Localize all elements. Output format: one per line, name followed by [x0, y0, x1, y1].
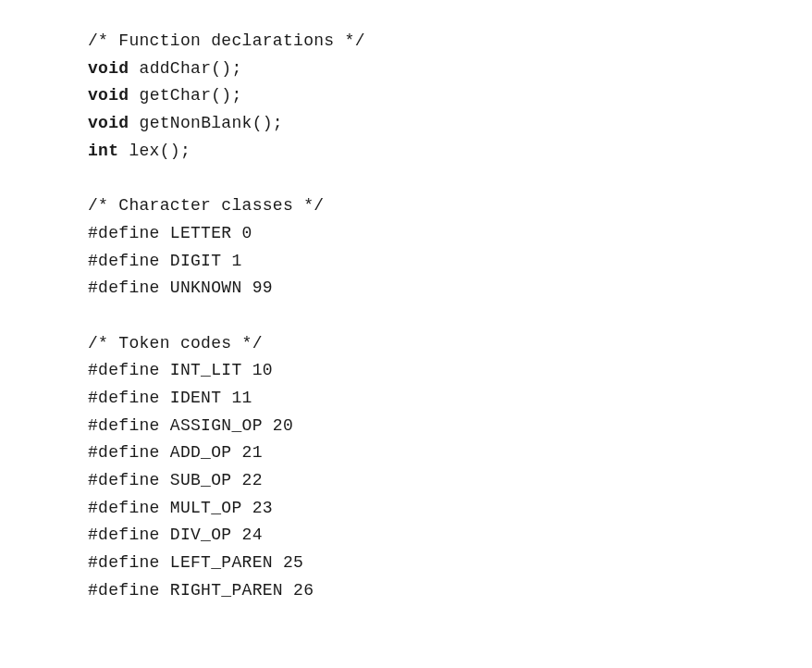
code-line: #define UNKNOWN 99: [88, 275, 812, 303]
code-text: /* Character classes */: [88, 196, 324, 215]
code-line: #define IDENT 11: [88, 385, 812, 413]
code-text: /* Token codes */: [88, 334, 263, 353]
code-block: /* Function declarations */void addChar(…: [0, 0, 812, 604]
code-text: #define SUB_OP 22: [88, 471, 263, 489]
code-text: /* Function declarations */: [88, 31, 365, 50]
code-text: #define DIGIT 1: [88, 252, 242, 270]
code-line: #define ASSIGN_OP 20: [88, 413, 812, 440]
code-line: #define ADD_OP 21: [88, 439, 812, 467]
code-text: #define ASSIGN_OP 20: [88, 416, 293, 435]
code-line: /* Character classes */: [88, 192, 812, 220]
keyword-token: int: [88, 142, 118, 160]
code-line: #define DIGIT 1: [88, 248, 812, 276]
code-text: #define MULT_OP 23: [88, 499, 273, 517]
code-line: void addChar();: [88, 56, 812, 83]
code-text: #define RIGHT_PAREN 26: [88, 581, 314, 600]
code-line: [88, 303, 812, 330]
code-text: #define ADD_OP 21: [88, 443, 263, 462]
code-text: #define INT_LIT 10: [88, 361, 273, 379]
code-line: /* Token codes */: [88, 330, 812, 358]
code-text: addChar();: [129, 59, 241, 78]
code-line: [88, 165, 812, 192]
code-text: #define LETTER 0: [88, 224, 252, 242]
code-text: #define IDENT 11: [88, 389, 252, 407]
code-text: lex();: [118, 142, 191, 160]
code-line: #define MULT_OP 23: [88, 495, 812, 523]
code-line: #define LETTER 0: [88, 220, 812, 248]
code-line: void getChar();: [88, 82, 812, 110]
code-text: #define LEFT_PAREN 25: [88, 553, 303, 572]
code-line: #define RIGHT_PAREN 26: [88, 577, 812, 605]
code-text: #define UNKNOWN 99: [88, 278, 273, 297]
code-line: #define INT_LIT 10: [88, 357, 812, 385]
code-line: #define DIV_OP 24: [88, 522, 812, 550]
code-line: /* Function declarations */: [88, 28, 812, 56]
code-text: #define DIV_OP 24: [88, 526, 263, 544]
keyword-token: void: [88, 86, 129, 105]
keyword-token: void: [88, 59, 129, 78]
keyword-token: void: [88, 114, 129, 132]
code-line: int lex();: [88, 138, 812, 166]
code-line: void getNonBlank();: [88, 110, 812, 138]
code-line: #define SUB_OP 22: [88, 467, 812, 495]
code-line: #define LEFT_PAREN 25: [88, 550, 812, 577]
code-text: getChar();: [129, 86, 241, 105]
code-text: getNonBlank();: [129, 114, 283, 132]
